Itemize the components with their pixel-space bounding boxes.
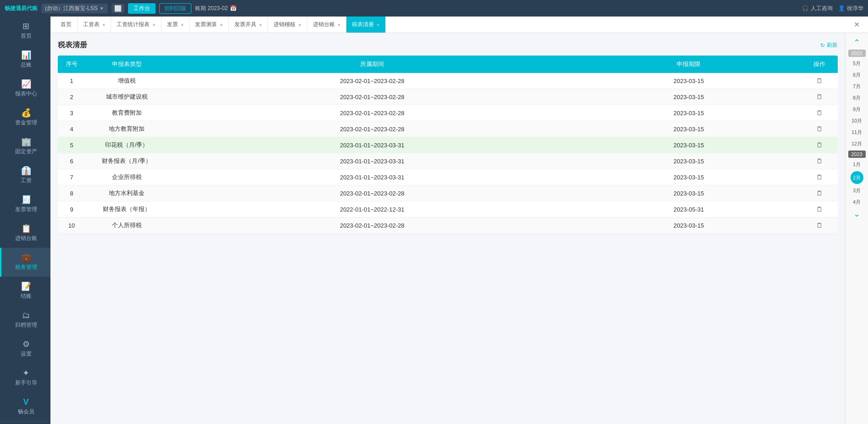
- year-2023-label[interactable]: 2023: [848, 151, 866, 158]
- fund-icon: 💰: [21, 109, 31, 117]
- tax-icon: 💼: [21, 253, 31, 262]
- tab-invoice-label: 发票: [167, 21, 178, 28]
- month-item-2022-11[interactable]: 11月: [848, 127, 866, 138]
- copy-icon-btn[interactable]: ⬜: [111, 4, 124, 13]
- tab-tax-register-label: 税表清册: [352, 21, 374, 28]
- month-item-2022-5[interactable]: 5月: [848, 58, 866, 69]
- action-view-icon[interactable]: 🗒: [816, 173, 823, 181]
- archive-icon: 🗂: [22, 311, 30, 319]
- company-name: (勿动）江西服宝-LSS: [45, 5, 98, 12]
- sidebar-item-settle-label: 结账: [21, 292, 32, 300]
- sidebar-item-invoice[interactable]: 🧾 发票管理: [0, 190, 50, 219]
- month-item-2022-10[interactable]: 10月: [848, 116, 866, 126]
- sidebar-item-tax-label: 税务管理: [15, 263, 37, 271]
- tab-invoice[interactable]: 发票 ×: [161, 17, 189, 33]
- page-header: 税表清册 ↻ 刷新: [58, 40, 838, 50]
- month-item-2022-6[interactable]: 6月: [848, 70, 866, 80]
- sidebar-item-purchase[interactable]: 📋 进销台账: [0, 219, 50, 248]
- table-row: 1 增值税 2023-02-01~2023-02-28 2023-03-15 🗒: [58, 73, 838, 89]
- action-view-icon[interactable]: 🗒: [816, 125, 823, 133]
- tab-salary-report-close[interactable]: ×: [152, 22, 155, 28]
- action-view-icon[interactable]: 🗒: [816, 222, 823, 229]
- tab-salary[interactable]: 工资表 ×: [78, 17, 111, 33]
- sidebar-item-tax[interactable]: 💼 税务管理: [0, 248, 50, 277]
- sidebar-item-report[interactable]: 📈 报表中心: [0, 74, 50, 103]
- tab-purchase-check[interactable]: 进销稽核 ×: [268, 17, 307, 33]
- tab-salary-report[interactable]: 工资统计报表 ×: [111, 17, 161, 33]
- tab-purchase-ledger[interactable]: 进销台账 ×: [307, 17, 346, 33]
- action-view-icon[interactable]: 🗒: [816, 190, 823, 197]
- tab-home[interactable]: 首页: [55, 17, 78, 33]
- member-icon: V: [23, 398, 28, 406]
- sidebar-item-member[interactable]: V 畅会员: [0, 392, 50, 421]
- tab-invoice-open[interactable]: 发票开具 ×: [229, 17, 268, 33]
- tab-invoice-calc-close[interactable]: ×: [220, 22, 223, 28]
- tab-invoice-calc[interactable]: 发票测算 ×: [189, 17, 228, 33]
- action-view-icon[interactable]: 🗒: [816, 109, 823, 117]
- col-header-period: 所属期间: [168, 56, 576, 73]
- refresh-button[interactable]: ↻ 刷新: [820, 41, 838, 49]
- workbench-button[interactable]: 工作台: [128, 3, 156, 14]
- month-item-2022-7[interactable]: 7月: [848, 81, 866, 92]
- cell-deadline: 2023-03-15: [576, 137, 801, 153]
- action-view-icon[interactable]: 🗒: [816, 141, 823, 149]
- tab-tax-register[interactable]: 税表清册 ×: [346, 17, 385, 33]
- cell-deadline: 2023-03-15: [576, 105, 801, 121]
- sidebar-item-fund[interactable]: 💰 资金管理: [0, 103, 50, 132]
- cell-action: 🗒: [801, 201, 838, 218]
- cell-seq: 3: [58, 105, 85, 121]
- sidebar-item-home[interactable]: ⊞ 首页: [0, 17, 50, 45]
- cell-period: 2022-01-01~2022-12-31: [168, 201, 576, 218]
- cell-action: 🗒: [801, 169, 838, 185]
- scroll-down-button[interactable]: ⌄: [852, 208, 861, 220]
- tab-purchase-check-label: 进销稽核: [273, 21, 295, 28]
- tab-purchase-check-close[interactable]: ×: [298, 22, 301, 28]
- month-item-2023-2[interactable]: 2月: [851, 171, 863, 184]
- sidebar-item-asset[interactable]: 🏢 固定资产: [0, 132, 50, 161]
- sidebar-item-archive[interactable]: 🗂 归档管理: [0, 306, 50, 335]
- calendar-icon[interactable]: 📅: [230, 5, 237, 11]
- month-item-2022-12[interactable]: 12月: [848, 139, 866, 149]
- cell-period: 2023-01-01~2023-03-31: [168, 169, 576, 185]
- cell-period: 2023-02-01~2023-02-28: [168, 73, 576, 89]
- cell-type: 个人所得税: [85, 218, 168, 234]
- tab-invoice-close[interactable]: ×: [181, 22, 184, 28]
- sidebar-item-settle[interactable]: 📝 结账: [0, 277, 50, 306]
- cell-deadline: 2023-03-15: [576, 121, 801, 137]
- scroll-up-button[interactable]: ⌃: [852, 37, 861, 49]
- sidebar-item-ledger[interactable]: 📊 总账: [0, 45, 50, 74]
- sidebar-item-guide[interactable]: ✦ 新手引导: [0, 363, 50, 392]
- sidebar-item-settings[interactable]: ⚙ 设置: [0, 335, 50, 363]
- cell-type: 财务报表（月/季）: [85, 153, 168, 169]
- cell-seq: 10: [58, 218, 85, 234]
- unpin-button[interactable]: ◁◁ 取消固定: [0, 421, 50, 424]
- tab-invoice-open-close[interactable]: ×: [259, 22, 262, 28]
- month-item-2023-4[interactable]: 4月: [848, 197, 866, 207]
- tabs-close-all[interactable]: ✕: [850, 20, 863, 29]
- user-profile[interactable]: 👤 徐淳华: [838, 5, 863, 12]
- month-item-2022-8[interactable]: 8月: [848, 93, 866, 103]
- cell-action: 🗒: [801, 73, 838, 89]
- cell-seq: 9: [58, 201, 85, 218]
- month-item-2023-3[interactable]: 3月: [848, 185, 866, 196]
- month-item-2023-1[interactable]: 1月: [848, 159, 866, 170]
- company-selector[interactable]: (勿动）江西服宝-LSS ▼: [41, 4, 108, 13]
- action-view-icon[interactable]: 🗒: [816, 93, 823, 100]
- tab-purchase-ledger-close[interactable]: ×: [338, 22, 340, 28]
- switch-old-button[interactable]: 切到旧版: [159, 3, 191, 14]
- human-consult[interactable]: 🎧 人工咨询: [802, 5, 833, 12]
- action-view-icon[interactable]: 🗒: [816, 157, 823, 165]
- cell-type: 印花税（月/季）: [85, 137, 168, 153]
- ledger-icon: 📊: [21, 51, 31, 59]
- tab-tax-register-close[interactable]: ×: [377, 22, 379, 28]
- tab-salary-close[interactable]: ×: [102, 22, 105, 28]
- sidebar-item-member-label: 畅会员: [18, 408, 34, 416]
- table-row: 3 教育费附加 2023-02-01~2023-02-28 2023-03-15…: [58, 105, 838, 121]
- year-2022-label[interactable]: 2022: [848, 50, 866, 57]
- action-view-icon[interactable]: 🗒: [816, 206, 823, 213]
- tab-salary-report-label: 工资统计报表: [117, 21, 150, 28]
- sidebar-item-salary[interactable]: 👔 工资: [0, 161, 50, 190]
- report-icon: 📈: [21, 80, 31, 88]
- action-view-icon[interactable]: 🗒: [816, 77, 823, 84]
- month-item-2022-9[interactable]: 9月: [848, 104, 866, 115]
